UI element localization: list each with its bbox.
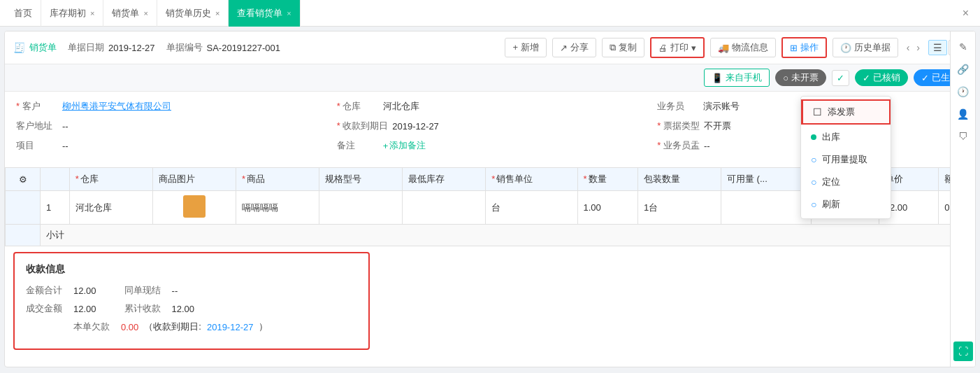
operate-button[interactable]: ⊞ 操作 (781, 37, 827, 58)
dropdown-available-qty[interactable]: ○ 可用量提取 (801, 148, 891, 171)
due-date-value: 2019-12-27 (392, 121, 439, 132)
tab-home[interactable]: 首页 (6, 0, 41, 27)
subtotal-row: 小计 (6, 225, 975, 246)
row-warehouse: 河北仓库 (69, 191, 152, 225)
tab-history[interactable]: 销货单历史 × (157, 0, 229, 27)
due-date-field: 收款到期日 2019-12-27 (337, 120, 644, 132)
operate-grid-icon: ⊞ (790, 43, 798, 53)
sidebar-clock-icon[interactable]: 🕐 (953, 82, 973, 101)
confirm-icon-btn[interactable]: ✓ (832, 70, 849, 86)
prev-arrow[interactable]: ‹ (904, 41, 913, 55)
refresh-label: 刷新 (822, 198, 840, 211)
customer-value[interactable]: 柳州粤港平安气体有限公司 (62, 100, 171, 113)
total-amount-item: 金额合计 12.00 (26, 284, 96, 297)
doc-meta: 单据日期 2019-12-27 单据编号 SA-20191227-001 (68, 41, 280, 54)
project-value: -- (62, 141, 69, 151)
logistics-button[interactable]: 🚚 物流信息 (710, 38, 776, 57)
confirm-icon: ✓ (837, 73, 844, 83)
right-sidebar: ✎ 🔗 🕐 👤 ⛉ ⛶ (950, 31, 975, 367)
row-spec (319, 191, 403, 225)
share-icon: ↗ (560, 43, 568, 53)
add-invoice-label: 添发票 (828, 106, 855, 118)
tab-close-view[interactable]: × (287, 9, 291, 17)
doc-icon: 🧾 (13, 42, 25, 53)
locate-icon: ○ (811, 176, 816, 188)
owed-date: 2019-12-27 (207, 322, 254, 332)
next-arrow[interactable]: › (914, 41, 923, 55)
tab-sales[interactable]: 销货单 × (103, 0, 157, 27)
dropdown-refresh[interactable]: ○ 刷新 (801, 193, 891, 216)
add-note-icon: + (383, 141, 389, 151)
doc-type-title: 🧾 销货单 (13, 41, 57, 54)
print-button[interactable]: 🖨 打印 ▾ (650, 37, 705, 58)
sidebar-edit-icon[interactable]: ✎ (953, 37, 973, 57)
project-label: 项目 (16, 139, 58, 152)
logistics-icon: 🚚 (718, 43, 729, 53)
available-qty-icon: ○ (811, 154, 816, 165)
verified-button[interactable]: ✓ 已核销 (855, 69, 908, 86)
list-view-button[interactable]: ☰ (928, 40, 947, 55)
note-field: 备注 + 添加备注 (337, 139, 644, 152)
same-order-label: 同单现结 (124, 284, 166, 297)
mobile-icon: 📱 (712, 73, 723, 83)
sidebar-expand-icon[interactable]: ⛶ (953, 342, 973, 361)
dropdown-add-invoice[interactable]: ☐ 添发票 (801, 99, 891, 125)
customer-field: 客户 柳州粤港平安气体有限公司 (16, 100, 323, 113)
sidebar-star-icon[interactable]: ⛉ (953, 127, 973, 146)
subtotal-label: 小计 (41, 225, 975, 246)
note-label: 备注 (337, 139, 379, 152)
tab-close-inventory[interactable]: × (90, 9, 94, 17)
refresh-icon: ○ (811, 199, 816, 210)
th-min-stock: 最低库存 (403, 168, 486, 191)
dropdown-outbound[interactable]: 出库 (801, 126, 891, 148)
doc-type-label: 销货单 (29, 41, 57, 54)
sidebar-link-icon[interactable]: 🔗 (953, 59, 973, 79)
same-order-value: -- (172, 286, 178, 296)
tab-inventory[interactable]: 库存期初 × (41, 0, 103, 27)
cumulative-item: 累计收款 12.00 (124, 302, 195, 315)
not-open-ticket-button[interactable]: ○ 未开票 (775, 69, 826, 86)
ticket-type-label: 票据类型 (657, 120, 700, 132)
payment-row-1: 金额合计 12.00 同单现结 -- (26, 284, 357, 297)
print-icon: 🖨 (658, 43, 668, 53)
operate-dropdown: ☐ 添发票 出库 ○ 可用量提取 ○ 定位 ○ 刷新 (800, 96, 891, 219)
address-value: -- (62, 121, 69, 132)
dropdown-locate[interactable]: ○ 定位 (801, 171, 891, 193)
tab-close-sales[interactable]: × (143, 9, 147, 17)
sidebar-user-icon[interactable]: 👤 (953, 104, 973, 124)
add-invoice-checkbox-icon: ☐ (813, 106, 822, 118)
th-seq (41, 168, 70, 191)
th-gear[interactable]: ⚙ (6, 168, 41, 191)
doc-number-value: SA-20191227-001 (207, 43, 281, 53)
row-min-stock (403, 191, 486, 225)
available-qty-label: 可用量提取 (822, 153, 867, 166)
th-image: 商品图片 (152, 168, 236, 191)
main-container: 🧾 销货单 单据日期 2019-12-27 单据编号 SA-20191227-0… (4, 31, 976, 367)
doc-number-field: 单据编号 SA-20191227-001 (166, 41, 281, 54)
copy-button[interactable]: ⧉ 复制 (602, 38, 644, 57)
address-field: 客户地址 -- (16, 120, 323, 132)
project-field: 项目 -- (16, 139, 323, 152)
owed-label: 本单欠款 (73, 321, 115, 333)
staff2-label: 业务员盂 (657, 139, 700, 152)
row-unit: 台 (486, 191, 577, 225)
window-close-button[interactable]: × (957, 4, 974, 22)
row-gear (6, 191, 41, 225)
effect-icon: ✓ (921, 73, 929, 83)
mobile-button[interactable]: 📱 来自手机 (704, 69, 770, 87)
doc-number-label: 单据编号 (166, 41, 203, 54)
share-button[interactable]: ↗ 分享 (552, 38, 596, 57)
add-note-button[interactable]: + 添加备注 (383, 139, 426, 152)
tab-view-sales[interactable]: 查看销货单 × (229, 0, 300, 27)
same-order-item: 同单现结 -- (124, 284, 178, 297)
row-qty: 1.00 (577, 191, 637, 225)
not-open-icon: ○ (783, 73, 788, 83)
doc-date-value: 2019-12-27 (108, 43, 155, 53)
tab-close-history[interactable]: × (215, 9, 219, 17)
th-qty: *数量 (577, 168, 637, 191)
history-doc-button[interactable]: 🕐 历史单据 (833, 38, 898, 57)
new-button[interactable]: + 新增 (505, 38, 546, 57)
th-available: 可用量 (... (721, 168, 811, 191)
transaction-label: 成交金额 (26, 302, 68, 315)
payment-row-2: 成交金额 12.00 累计收款 12.00 (26, 302, 357, 315)
